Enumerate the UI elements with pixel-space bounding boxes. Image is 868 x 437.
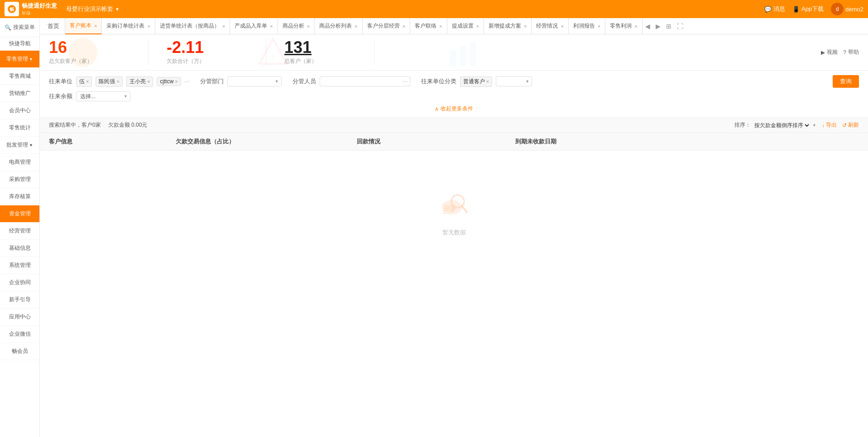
tab-close-customer-tier[interactable]: × bbox=[403, 24, 405, 29]
filter-tag-wang: 王小亮 × bbox=[126, 76, 153, 87]
dept-select[interactable] bbox=[227, 76, 282, 86]
filter-more-units[interactable]: ··· bbox=[185, 78, 189, 85]
svg-line-11 bbox=[462, 206, 467, 212]
enterprise-dropdown-icon[interactable]: ▼ bbox=[115, 7, 120, 12]
message-button[interactable]: 💬 消息 bbox=[764, 5, 785, 13]
filter-tag-close-wang[interactable]: × bbox=[147, 79, 150, 84]
logo-area[interactable]: 畅 畅捷通好生意 标版 bbox=[5, 2, 57, 16]
tab-goods-analysis-list[interactable]: 商品分析列表 × bbox=[315, 18, 362, 34]
sidebar-item-basic-info[interactable]: 基础信息 bbox=[0, 240, 39, 257]
filter-tag-close-normal[interactable]: × bbox=[486, 79, 489, 84]
tab-customer-cost[interactable]: 客户账本 × bbox=[65, 18, 102, 34]
tab-operations[interactable]: 经营情况 × bbox=[532, 18, 568, 34]
search-menu-button[interactable]: 🔍 搜索菜单 bbox=[3, 22, 37, 33]
tab-next-button[interactable]: ▶ bbox=[653, 23, 663, 30]
tab-close-contact[interactable]: × bbox=[439, 24, 442, 29]
tab-retail-profit[interactable]: 零售利润 × bbox=[605, 18, 642, 34]
sidebar-item-enterprise-coop[interactable]: 企业协同 bbox=[0, 274, 39, 291]
export-button[interactable]: ↓ 导出 bbox=[822, 121, 837, 129]
tab-menu-button[interactable]: ⊞ bbox=[663, 23, 674, 30]
svg-rect-7 bbox=[460, 46, 466, 66]
query-button[interactable]: 查询 bbox=[833, 75, 859, 88]
filter-row-1: 往来单位 伍 × 陈民强 × 王小亮 × bbox=[49, 75, 859, 88]
tab-prev-button[interactable]: ◀ bbox=[643, 23, 653, 30]
sort-chevron-icon: ▼ bbox=[812, 123, 816, 128]
tab-close-propose[interactable]: × bbox=[476, 24, 479, 29]
tab-customer-contact[interactable]: 客户联络 × bbox=[410, 18, 447, 34]
tab-close-goods-analysis[interactable]: × bbox=[307, 24, 310, 29]
sidebar-item-label: 零售管理 bbox=[6, 55, 28, 63]
user-menu[interactable]: d demo2 bbox=[831, 3, 863, 15]
refresh-button[interactable]: ↺ 刷新 bbox=[842, 121, 859, 129]
top-bar-right: 💬 消息 📱 App下载 d demo2 bbox=[764, 3, 863, 15]
balance-select-wrap: 选择... bbox=[76, 91, 130, 101]
help-button[interactable]: ? 帮助 bbox=[843, 48, 859, 56]
sort-label-prefix: 排序： bbox=[734, 121, 751, 129]
tab-close-customer-cost[interactable]: × bbox=[94, 23, 97, 28]
tab-close-new-propose[interactable]: × bbox=[524, 24, 527, 29]
enterprise-selector[interactable]: 母婴行业演示帐套 ▼ bbox=[66, 5, 120, 13]
tab-inbound-stats[interactable]: 进货单统计表（按商品） × bbox=[155, 18, 230, 34]
logo-subtitle: 标版 bbox=[22, 10, 57, 16]
tab-close-retail-profit[interactable]: × bbox=[634, 24, 637, 29]
top-bar: 畅 畅捷通好生意 标版 母婴行业演示帐套 ▼ 💬 消息 📱 App下载 d de… bbox=[0, 0, 868, 18]
sidebar-item-app-center[interactable]: 应用中心 bbox=[0, 309, 39, 326]
filter-tag-close-wu[interactable]: × bbox=[86, 79, 89, 84]
tab-home[interactable]: 首页 bbox=[42, 18, 65, 34]
tab-product-inbound[interactable]: 产成品入库单 × bbox=[230, 18, 278, 34]
svg-text:¥: ¥ bbox=[78, 45, 87, 62]
quick-nav-button[interactable]: 快捷导航 bbox=[0, 37, 39, 51]
tab-customer-tier[interactable]: 客户分层经营 × bbox=[363, 18, 410, 34]
sidebar-search-area: 🔍 搜索菜单 bbox=[0, 18, 39, 37]
sidebar-item-operations[interactable]: 经营管理 bbox=[0, 223, 39, 240]
sidebar-item-vip[interactable]: 畅会员 bbox=[0, 343, 39, 360]
tab-close-inbound[interactable]: × bbox=[222, 24, 225, 29]
sidebar-item-system[interactable]: 系统管理 bbox=[0, 257, 39, 274]
sidebar-item-retail-mgmt[interactable]: 零售管理 ▼ bbox=[0, 51, 39, 68]
sidebar-item-ecommerce[interactable]: 电商管理 bbox=[0, 154, 39, 171]
tab-profit-report[interactable]: 利润报告 × bbox=[569, 18, 605, 34]
tab-fullscreen-button[interactable]: ⛶ bbox=[674, 23, 686, 30]
tab-goods-analysis[interactable]: 商品分析 × bbox=[278, 18, 315, 34]
sidebar-item-batch-mgmt[interactable]: 批发管理 ▼ bbox=[0, 137, 39, 154]
debt-total-label: 欠款合计（万） bbox=[167, 57, 205, 65]
sidebar-item-inventory[interactable]: 库存核算 bbox=[0, 188, 39, 205]
sort-select[interactable]: 按欠款金额倒序排序 bbox=[753, 122, 810, 129]
sidebar-item-new-guide[interactable]: 新手引导 bbox=[0, 291, 39, 309]
person-input-dots[interactable]: ··· bbox=[403, 78, 408, 85]
col-extra bbox=[674, 138, 859, 146]
person-input[interactable] bbox=[320, 76, 410, 86]
tab-close-purchase[interactable]: × bbox=[147, 24, 150, 29]
result-summary: 搜索结果中，客户0家 bbox=[49, 121, 101, 129]
sidebar-item-retail-stats[interactable]: 零售统计 bbox=[0, 119, 39, 137]
filter-tag-close-cjttcw[interactable]: × bbox=[175, 79, 177, 84]
app-download-button[interactable]: 📱 App下载 bbox=[792, 5, 824, 13]
filter-tag-normal-customer: 普通客户 × bbox=[460, 76, 492, 87]
help-icon: ? bbox=[843, 49, 846, 56]
video-help-button[interactable]: ▶ 视频 bbox=[821, 48, 838, 56]
unit-class-select[interactable] bbox=[496, 76, 532, 86]
balance-select[interactable]: 选择... bbox=[76, 91, 130, 101]
tab-close-product-inbound[interactable]: × bbox=[270, 24, 273, 29]
col-customer-info: 客户信息 bbox=[49, 138, 176, 146]
sidebar-item-purchase[interactable]: 采购管理 bbox=[0, 171, 39, 188]
balance-filter-label: 往来余额 bbox=[49, 92, 72, 100]
sidebar-item-finance[interactable]: 资金管理 bbox=[0, 205, 39, 223]
tab-propose-settings[interactable]: 提成设置 × bbox=[447, 18, 484, 34]
tab-new-propose[interactable]: 新增提成方案 × bbox=[484, 18, 532, 34]
tab-close-profit[interactable]: × bbox=[598, 24, 600, 29]
tab-close-operations[interactable]: × bbox=[561, 24, 563, 29]
filter-tag-cjttcw: cjttcw × bbox=[157, 77, 181, 86]
sidebar: 🔍 搜索菜单 快捷导航 零售管理 ▼ 零售商城 营销推广 会员中心 零售统计 批… bbox=[0, 18, 40, 437]
collapse-button[interactable]: ∧ 收起更多条件 bbox=[435, 105, 473, 113]
tab-purchase-order[interactable]: 采购订单统计表 × bbox=[102, 18, 155, 34]
stats-bg-icon-center: ! bbox=[257, 37, 289, 76]
sidebar-item-marketing[interactable]: 营销推广 bbox=[0, 85, 39, 102]
filter-tag-close-chen[interactable]: × bbox=[116, 79, 119, 84]
sidebar-item-retail-mall[interactable]: 零售商城 bbox=[0, 68, 39, 85]
col-overdue-date: 到期未收款日期 bbox=[515, 138, 674, 146]
sidebar-item-enterprise-wechat[interactable]: 企业微信 bbox=[0, 326, 39, 343]
sidebar-item-member[interactable]: 会员中心 bbox=[0, 102, 39, 119]
result-debt-amount: 欠款金额 0.00元 bbox=[108, 121, 148, 129]
tab-close-goods-list[interactable]: × bbox=[355, 24, 357, 29]
